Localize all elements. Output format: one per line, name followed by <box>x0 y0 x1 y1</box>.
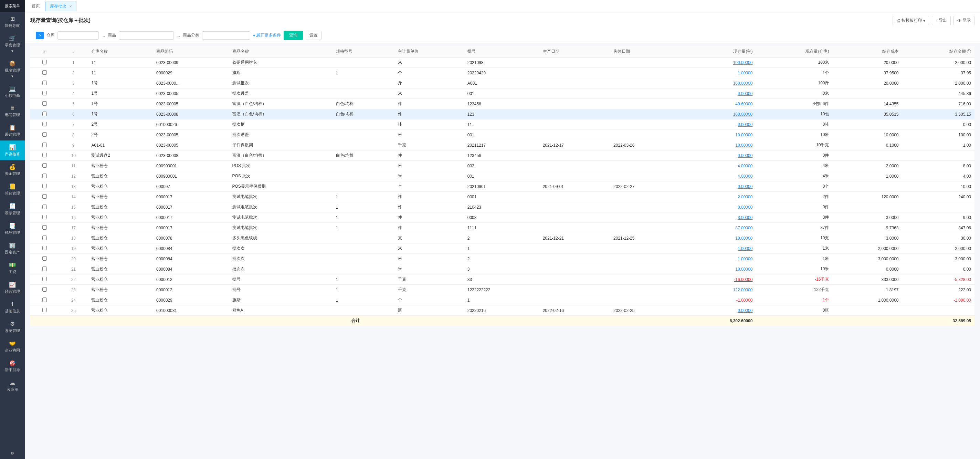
sidebar-item-快捷导航[interactable]: ⊞ 快捷导航 <box>0 12 25 32</box>
row-qty-main[interactable]: 100.00000 <box>681 57 756 68</box>
table-row[interactable]: 3 1号 0023-0000... 测试批次 斤 A001 100.00000 … <box>30 78 975 89</box>
row-checkbox[interactable] <box>30 120 59 130</box>
row-qty-main[interactable]: 10.00000 <box>681 130 756 140</box>
sidebar-item-资金管理[interactable]: 💰 资金管理 <box>0 160 25 180</box>
table-row[interactable]: 7 2号 001000026 批次框 吨 11 0.00000 0吨 0.00 <box>30 120 975 130</box>
table-row[interactable]: 23 营业粉仓 0000012 批号 1 千克 1222222222 122.0… <box>30 285 975 295</box>
row-qty-main[interactable]: 100.00000 <box>681 109 756 120</box>
sidebar-item-云应用[interactable]: ☁ 云应用 <box>0 376 25 396</box>
sidebar-item-发票管理[interactable]: 🧾 发票管理 <box>0 199 25 219</box>
row-qty-main[interactable]: 49.60000 <box>681 99 756 109</box>
table-row[interactable]: 16 营业粉仓 0000017 测试电笔批次 1 件 0003 3.00000 … <box>30 212 975 223</box>
sidebar-item-电商管理[interactable]: 🖥 电商管理 <box>0 102 25 121</box>
table-row[interactable]: 25 营业粉仓 001000031 鲜鱼A 瓶 20220216 2022-02… <box>30 305 975 316</box>
goods-input[interactable] <box>119 31 174 40</box>
table-row[interactable]: 10 测试透盘2 0023-00008 富澳（白色/均棉） 白色/均棉 件 12… <box>30 150 975 161</box>
print-button[interactable]: 🖨 按模板打印 ▾ <box>892 16 929 25</box>
row-qty-main[interactable]: 2.00000 <box>681 192 756 202</box>
tab-home[interactable]: 首页 <box>27 1 44 11</box>
table-row[interactable]: 11 营业粉仓 000900001 POS 批次 米 002 4.00000 4… <box>30 161 975 171</box>
sidebar-item-系统管理[interactable]: ⚙ 系统管理 <box>0 317 25 337</box>
sidebar-item-企业协同[interactable]: 🤝 企业协同 <box>0 337 25 356</box>
row-checkbox[interactable] <box>30 202 59 212</box>
sidebar-logo[interactable]: 搜索菜单 <box>0 0 25 12</box>
table-row[interactable]: 9 A01-01 0023-00005 子件保质期 千克 20211217 20… <box>30 140 975 150</box>
table-row[interactable]: 22 营业粉仓 0000012 批号 1 千克 33 -16.00000 -16… <box>30 274 975 285</box>
col-checkbox[interactable]: ☑ <box>30 46 59 57</box>
sidebar-item-总账管理[interactable]: 📒 总账管理 <box>0 180 25 199</box>
row-qty-main[interactable]: -1.00000 <box>681 295 756 305</box>
row-checkbox[interactable] <box>30 295 59 305</box>
row-qty-main[interactable]: 10.00000 <box>681 140 756 150</box>
row-checkbox[interactable] <box>30 192 59 202</box>
table-row[interactable]: 17 营业粉仓 0000017 测试电笔批次 1 件 1111 87.00000… <box>30 223 975 233</box>
row-qty-main[interactable]: 1.00000 <box>681 68 756 78</box>
sidebar-settings[interactable]: ⚙ <box>0 448 25 459</box>
row-checkbox[interactable] <box>30 254 59 264</box>
sidebar-item-固定资产[interactable]: 🏢 固定资产 <box>0 239 25 258</box>
row-qty-main[interactable]: 4.00000 <box>681 161 756 171</box>
warehouse-input[interactable] <box>57 31 99 40</box>
row-qty-main[interactable]: 0.00000 <box>681 202 756 212</box>
table-row[interactable]: 8 2号 0023-00005 批次透盖 米 001 10.00000 10米 … <box>30 130 975 140</box>
row-checkbox[interactable] <box>30 57 59 68</box>
sidebar-item-批发管理[interactable]: 📦 批发管理 ▾ <box>0 57 25 82</box>
row-qty-main[interactable]: 0.00000 <box>681 150 756 161</box>
row-checkbox[interactable] <box>30 130 59 140</box>
row-qty-main[interactable]: 1.00000 <box>681 244 756 254</box>
sidebar-item-经营管理[interactable]: 📈 经营管理 <box>0 278 25 298</box>
sidebar-item-工资[interactable]: 💵 工资 <box>0 258 25 278</box>
row-checkbox[interactable] <box>30 171 59 182</box>
table-row[interactable]: 24 营业粉仓 0000029 旗斯 1 个 1 -1.00000 -1个 1,… <box>30 295 975 305</box>
row-checkbox[interactable] <box>30 285 59 295</box>
row-qty-main[interactable]: 122.00000 <box>681 285 756 295</box>
row-checkbox[interactable] <box>30 78 59 89</box>
row-checkbox[interactable] <box>30 89 59 99</box>
row-qty-main[interactable]: 0.00000 <box>681 182 756 192</box>
row-checkbox[interactable] <box>30 233 59 244</box>
row-qty-main[interactable]: 0.00000 <box>681 120 756 130</box>
filter-toggle-button[interactable]: > <box>36 32 44 39</box>
row-qty-main[interactable]: 87.00000 <box>681 223 756 233</box>
table-row[interactable]: 19 营业粉仓 0000084 批次次 米 1 1.00000 1米 2,000… <box>30 244 975 254</box>
row-qty-main[interactable]: 0.00000 <box>681 305 756 316</box>
table-row[interactable]: 20 营业粉仓 0000084 批次次 米 2 1.00000 1米 3,000… <box>30 254 975 264</box>
row-qty-main[interactable]: 100.00000 <box>681 78 756 89</box>
row-checkbox[interactable] <box>30 305 59 316</box>
row-qty-main[interactable]: 4.00000 <box>681 171 756 182</box>
table-row[interactable]: 13 营业粉仓 000097 POS显示率保质期 个 20210901 2021… <box>30 182 975 192</box>
table-row[interactable]: 5 1号 0023-00005 富澳（白色/均棉） 白色/均棉 件 123456… <box>30 99 975 109</box>
row-qty-main[interactable]: -16.00000 <box>681 274 756 285</box>
sidebar-item-税务管理[interactable]: 📑 税务管理 <box>0 219 25 239</box>
row-qty-main[interactable]: 10.00000 <box>681 233 756 244</box>
row-checkbox[interactable] <box>30 99 59 109</box>
row-checkbox[interactable] <box>30 161 59 171</box>
row-checkbox[interactable] <box>30 150 59 161</box>
table-row[interactable]: 2 11 0000029 旗斯 1 个 20220429 1.00000 1个 … <box>30 68 975 78</box>
tab-inventory[interactable]: 库存批次 ✕ <box>45 1 76 11</box>
row-checkbox[interactable] <box>30 264 59 274</box>
table-row[interactable]: 4 1号 0023-00005 批次透盖 米 001 0.00000 0米 44… <box>30 89 975 99</box>
filter-settings-button[interactable]: 设置 <box>305 31 321 40</box>
sidebar-item-基础信息[interactable]: ℹ 基础信息 <box>0 298 25 317</box>
row-checkbox[interactable] <box>30 68 59 78</box>
row-checkbox[interactable] <box>30 109 59 120</box>
row-qty-main[interactable]: 1.00000 <box>681 254 756 264</box>
row-qty-main[interactable]: 3.00000 <box>681 212 756 223</box>
category-select[interactable] <box>202 31 250 40</box>
tab-close-icon[interactable]: ✕ <box>69 5 72 8</box>
row-checkbox[interactable] <box>30 223 59 233</box>
table-container[interactable]: ☑ # 仓库名称 商品编码 商品名称 规格型号 主计量单位 批号 生产日期 失效… <box>25 43 980 459</box>
row-checkbox[interactable] <box>30 212 59 223</box>
search-button[interactable]: 查询 <box>284 31 303 40</box>
sidebar-item-采购管理[interactable]: 📋 采购管理 <box>0 121 25 140</box>
row-qty-main[interactable]: 0.00000 <box>681 89 756 99</box>
table-row[interactable]: 1 11 0023-00009 软硬通用衬衣 米 2021098 100.000… <box>30 57 975 68</box>
table-row[interactable]: 21 营业粉仓 0000084 批次次 米 3 10.00000 10米 0.0… <box>30 264 975 274</box>
row-checkbox[interactable] <box>30 140 59 150</box>
table-row[interactable]: 15 营业粉仓 0000017 测试电笔批次 1 件 210423 0.0000… <box>30 202 975 212</box>
sidebar-item-零售管理[interactable]: 🛒 零售管理 ▾ <box>0 32 25 57</box>
table-row[interactable]: 12 营业粉仓 000900001 POS 批次 米 001 4.00000 4… <box>30 171 975 182</box>
table-row[interactable]: 18 营业粉仓 0000078 多头黑色软线 支 2 2021-12-21 20… <box>30 233 975 244</box>
row-qty-main[interactable]: 10.00000 <box>681 264 756 274</box>
